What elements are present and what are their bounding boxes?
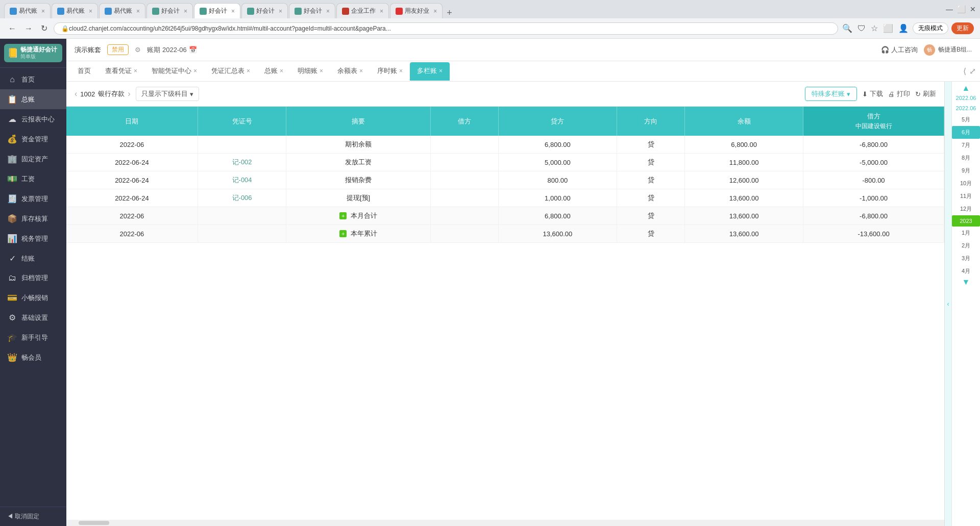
horizontal-scrollbar[interactable] — [66, 520, 944, 526]
tab-view-voucher-close[interactable]: × — [134, 67, 137, 74]
rp-year-2023[interactable]: 2023 — [952, 215, 980, 227]
sidebar-item-fund[interactable]: 💰 资金管理 — [0, 129, 66, 149]
demo-badge[interactable]: 禁用 — [107, 44, 129, 55]
rp-month-4[interactable]: 4月 — [952, 265, 980, 278]
minimize-button[interactable]: — — [946, 5, 953, 13]
settings-icon-top[interactable]: ⚙ — [135, 46, 141, 54]
tab-5-close[interactable]: × — [231, 8, 235, 15]
profile-icon[interactable]: 👤 — [898, 23, 909, 33]
next-account-button[interactable]: › — [128, 89, 130, 98]
tab-general-ledger-close[interactable]: × — [280, 67, 283, 74]
tab-4-close[interactable]: × — [184, 8, 187, 15]
tab-8-close[interactable]: × — [380, 8, 383, 15]
refresh-button[interactable]: ↻ 刷新 — [915, 89, 936, 98]
tab-sequence-close[interactable]: × — [399, 67, 403, 74]
rp-month-11[interactable]: 11月 — [952, 190, 980, 203]
rp-year-header-top2[interactable]: 2022.06 — [954, 103, 978, 113]
sidebar-item-tax[interactable]: 📊 税务管理 — [0, 229, 66, 248]
new-tab-button[interactable]: + — [444, 8, 455, 18]
tab-detail-ledger-close[interactable]: × — [320, 67, 323, 74]
reload-button[interactable]: ↻ — [39, 22, 50, 34]
scrollbar-thumb[interactable] — [79, 521, 109, 525]
sidebar-item-guide[interactable]: 🎓 新手引导 — [0, 328, 66, 347]
rp-month-10[interactable]: 10月 — [952, 177, 980, 190]
rp-month-2[interactable]: 2月 — [952, 239, 980, 252]
tab-voucher-summary-close[interactable]: × — [247, 67, 250, 74]
tab-multi-column[interactable]: 多栏账 × — [410, 62, 450, 81]
special-multi-button[interactable]: 特殊多栏账 ▾ — [805, 87, 857, 101]
prev-account-button[interactable]: ‹ — [75, 89, 77, 98]
collapse-right-panel[interactable]: ‹ — [944, 82, 951, 526]
tab-3-close[interactable]: × — [136, 8, 140, 15]
rp-month-8[interactable]: 8月 — [952, 152, 980, 164]
rp-year-header-top[interactable]: 2022.06 — [954, 93, 978, 103]
forward-button[interactable]: → — [22, 23, 35, 34]
tab-general-ledger[interactable]: 总账 × — [257, 62, 290, 81]
tab-balance-close[interactable]: × — [359, 67, 363, 74]
sidebar-item-settlement[interactable]: ✓ 结账 — [0, 248, 66, 268]
rp-month-1[interactable]: 1月 — [952, 227, 980, 239]
tab-2[interactable]: 易代账 × — [52, 3, 98, 18]
tab-9[interactable]: 用友好业 × — [390, 3, 443, 18]
tab-smart-voucher-close[interactable]: × — [193, 67, 197, 74]
tab-6-close[interactable]: × — [279, 8, 282, 15]
tab-voucher-summary[interactable]: 凭证汇总表 × — [204, 62, 257, 81]
tab-7-close[interactable]: × — [326, 8, 330, 15]
rp-up-arrow[interactable]: ▲ — [962, 84, 970, 93]
tab-3[interactable]: 易代账 × — [99, 3, 145, 18]
rp-month-5[interactable]: 5月 — [952, 113, 980, 126]
sidebar-item-ledger[interactable]: 📋 总账 — [0, 89, 66, 109]
rp-month-7[interactable]: 7月 — [952, 139, 980, 152]
address-bar[interactable]: 🔒 cloud2.chanjet.com/accounting/uh26t264… — [54, 22, 838, 35]
tab-sequence[interactable]: 序时账 × — [370, 62, 410, 81]
back-button[interactable]: ← — [6, 23, 18, 34]
close-button[interactable]: ✕ — [970, 5, 976, 13]
rp-month-12[interactable]: 12月 — [952, 203, 980, 215]
tab-5[interactable]: 好会计 × — [194, 3, 240, 18]
sidebar-item-invoice[interactable]: 🧾 发票管理 — [0, 189, 66, 209]
sidebar-item-archive[interactable]: 🗂 归档管理 — [0, 268, 66, 288]
tab-6[interactable]: 好会计 × — [241, 3, 288, 18]
tab-4[interactable]: 好会计 × — [146, 3, 193, 18]
star-icon[interactable]: ☆ — [871, 23, 878, 33]
tab-collapse-icon[interactable]: ⟨ — [963, 66, 966, 76]
tab-8[interactable]: 企业工作 × — [336, 3, 389, 18]
tab-9-close[interactable]: × — [433, 8, 437, 15]
print-button[interactable]: 🖨 打印 — [888, 89, 910, 98]
incognito-mode-button[interactable]: 无痕模式 — [913, 22, 948, 34]
tab-2-close[interactable]: × — [89, 8, 92, 15]
restore-button[interactable]: ⬜ — [957, 5, 966, 13]
tab-smart-voucher[interactable]: 智能凭证中心 × — [144, 62, 204, 81]
consult-button[interactable]: 🎧 人工咨询 — [881, 45, 918, 55]
tab-multi-column-close[interactable]: × — [439, 67, 443, 74]
sub-filter-dropdown[interactable]: 只显示下级科目 ▾ — [136, 87, 199, 101]
rp-down-arrow[interactable]: ▼ — [962, 278, 970, 287]
sidebar-item-cloud-report[interactable]: ☁ 云报表中心 — [0, 109, 66, 129]
sidebar-item-salary[interactable]: 💵 工资 — [0, 169, 66, 189]
update-button[interactable]: 更新 — [951, 22, 974, 34]
tab-detail-ledger[interactable]: 明细账 × — [290, 62, 330, 81]
tab-balance[interactable]: 余额表 × — [330, 62, 370, 81]
tab-expand-icon[interactable]: ⤢ — [969, 66, 976, 76]
tab-home[interactable]: 首页 — [70, 62, 98, 81]
sidebar-item-home[interactable]: ⌂ 首页 — [0, 70, 66, 89]
sidebar-item-settings[interactable]: ⚙ 基础设置 — [0, 308, 66, 328]
rp-month-9[interactable]: 9月 — [952, 164, 980, 177]
tab-1-close[interactable]: × — [41, 8, 45, 15]
sidebar-item-assets[interactable]: 🏢 固定资产 — [0, 149, 66, 169]
rp-month-3[interactable]: 3月 — [952, 252, 980, 265]
sidebar-item-inventory[interactable]: 📦 库存核算 — [0, 209, 66, 229]
download-button[interactable]: ⬇ 下载 — [862, 89, 883, 98]
tab-view-voucher[interactable]: 查看凭证 × — [98, 62, 144, 81]
tab-1[interactable]: 易代账 × — [4, 3, 51, 18]
extension-icon[interactable]: ⬜ — [883, 23, 893, 33]
tab-7[interactable]: 好会计 × — [289, 3, 335, 18]
inventory-icon: 📦 — [7, 214, 17, 223]
search-icon[interactable]: 🔍 — [842, 23, 852, 33]
shield-icon[interactable]: 🛡 — [857, 24, 866, 33]
calendar-icon[interactable]: 📅 — [189, 46, 197, 54]
unpin-button[interactable]: ◀ 取消固定 — [7, 512, 59, 521]
rp-month-6[interactable]: 6月 — [952, 126, 980, 139]
sidebar-item-expense[interactable]: 💳 小畅报销 — [0, 288, 66, 308]
sidebar-item-member[interactable]: 👑 畅会员 — [0, 347, 66, 367]
